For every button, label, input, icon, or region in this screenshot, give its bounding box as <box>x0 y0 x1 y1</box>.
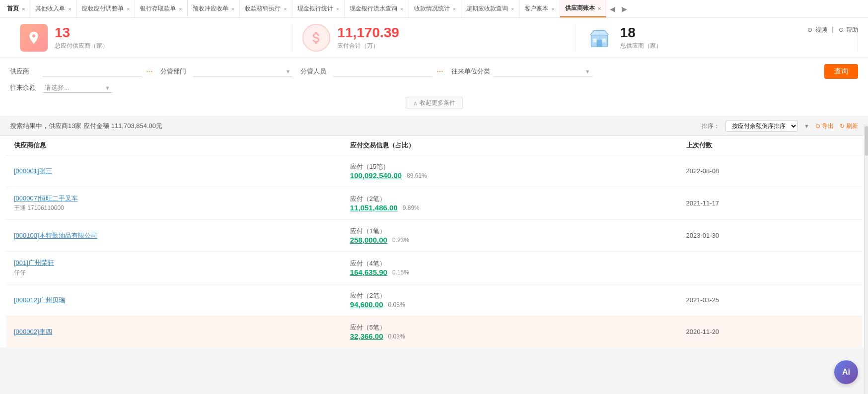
nav-tab-overdue-ar-label: 超期应收款查询 <box>466 4 508 13</box>
nav-tab-ar-ap-adjust[interactable]: 应收应付调整单 × <box>77 0 135 17</box>
tx-amount-6[interactable]: 32,366.00 <box>350 332 383 340</box>
nav-tab-receipt-verify-close[interactable]: × <box>284 6 287 12</box>
table-row: [000100]本特勤油品有限公司 应付（1笔） 258,000.00 0.23… <box>6 220 862 252</box>
person-dots[interactable]: ··· <box>436 67 443 76</box>
nav-tab-supplier-ledger-close[interactable]: × <box>598 5 601 11</box>
tx-info-2: 应付（2笔） 11,051,486.00 9.89% <box>350 195 686 212</box>
category-filter-select[interactable] <box>493 66 592 76</box>
supplier-filter-input[interactable] <box>43 66 142 76</box>
nav-tab-home-close[interactable]: × <box>22 6 25 12</box>
export-button[interactable]: ⊙ 导出 <box>815 122 834 131</box>
supplier-link-5[interactable]: [000012]广州贝瑞 <box>14 296 350 305</box>
supplier-link-1[interactable]: [000001]张三 <box>14 167 350 176</box>
dept-filter-select[interactable] <box>193 66 292 76</box>
table-row: [000002]李四 应付（5笔） 32,366.00 0.03% 2020-1… <box>6 316 862 347</box>
total-suppliers-num: 18 <box>620 25 662 41</box>
balance-filter-label: 往来余额 <box>10 83 40 92</box>
nav-tab-bank-deposit[interactable]: 银行存取款单 × <box>135 0 187 17</box>
tx-row-5: 94,600.00 0.08% <box>350 300 686 309</box>
nav-tab-cash-bank-stat-close[interactable]: × <box>336 6 339 12</box>
nav-tab-prepay-ar-label: 预收冲应收单 <box>193 4 228 13</box>
nav-tab-overdue-ar-close[interactable]: × <box>511 6 514 12</box>
supplier-sub-2: 王通 17106110000 <box>14 204 350 212</box>
dept-filter-label: 分管部门 <box>160 67 190 76</box>
nav-tab-customer-ledger-close[interactable]: × <box>551 6 554 12</box>
refresh-button[interactable]: ↻ 刷新 <box>840 122 858 131</box>
nav-tab-receipt-verify-label: 收款核销执行 <box>245 4 281 13</box>
header-supplier: 供应商信息 <box>14 141 350 150</box>
person-filter-input[interactable] <box>333 66 433 76</box>
nav-tab-other-income[interactable]: 其他收入单 × <box>30 0 76 17</box>
nav-tab-receipt-stat[interactable]: 收款情况统计 × <box>409 0 461 17</box>
supplier-info-1: [000001]张三 <box>14 167 350 176</box>
tx-amount-1[interactable]: 100,092,540.00 <box>350 171 402 180</box>
table-row: [001]广州荣轩 仔仔 应付（4笔） 164,635.90 0.15% <box>6 252 862 284</box>
video-icon: ⊙ <box>807 26 812 33</box>
filter-category: 往来单位分类 ▼ <box>451 66 592 76</box>
person-filter-label: 分管人员 <box>300 67 330 76</box>
filter-department: 分管部门 ▼ <box>160 66 292 76</box>
search-button[interactable]: 查询 <box>824 64 858 79</box>
header-tx-info: 应付交易信息（占比） <box>350 141 686 150</box>
tx-row-1: 100,092,540.00 89.61% <box>350 171 686 180</box>
svg-rect-3 <box>602 39 605 42</box>
last-pay-5: 2021-03-25 <box>686 296 854 304</box>
nav-tab-prepay-ar-close[interactable]: × <box>231 6 234 12</box>
balance-filter-select[interactable]: 请选择... <box>43 83 112 93</box>
nav-tab-home[interactable]: 首页 × <box>2 0 30 17</box>
tx-label-1: 应付（15笔） <box>350 162 686 171</box>
tx-amount-4[interactable]: 164,635.90 <box>350 268 387 276</box>
ap-suppliers-label: 总应付供应商（家） <box>55 42 108 50</box>
tx-amount-2[interactable]: 11,051,486.00 <box>350 203 398 212</box>
supplier-info-2: [000007]恒旺二手叉车 王通 17106110000 <box>14 194 350 212</box>
video-link[interactable]: ⊙ 视频 <box>807 26 827 34</box>
category-filter-wrap: ▼ <box>493 66 592 76</box>
scrollbar[interactable] <box>864 124 868 347</box>
collapse-label: 收起更多条件 <box>420 99 455 107</box>
total-suppliers-label: 总供应商（家） <box>620 42 662 50</box>
scroll-thumb[interactable] <box>865 126 868 156</box>
tx-amount-5[interactable]: 94,600.00 <box>350 300 383 309</box>
nav-tab-overdue-ar[interactable]: 超期应收款查询 × <box>461 0 519 17</box>
nav-tab-cash-bank-query[interactable]: 现金银行流水查询 × <box>345 0 409 17</box>
supplier-link-3[interactable]: [000100]本特勤油品有限公司 <box>14 231 350 240</box>
collapse-button[interactable]: ∧ 收起更多条件 <box>406 97 463 109</box>
last-pay-6: 2020-11-20 <box>686 328 854 335</box>
nav-tab-cash-bank-query-close[interactable]: × <box>400 6 403 12</box>
supplier-icon <box>20 24 48 52</box>
nav-tab-other-income-close[interactable]: × <box>68 6 71 12</box>
supplier-info-5: [000012]广州贝瑞 <box>14 296 350 305</box>
filter-person: 分管人员 ··· <box>300 66 443 76</box>
tx-label-6: 应付（5笔） <box>350 323 686 332</box>
ap-amount-label: 应付合计（万） <box>337 42 399 50</box>
nav-tab-receipt-verify[interactable]: 收款核销执行 × <box>240 0 292 17</box>
separator: | <box>832 26 834 34</box>
balance-filter-wrap: 请选择... ▼ <box>43 83 112 93</box>
tx-label-4: 应付（4笔） <box>350 259 686 268</box>
supplier-link-4[interactable]: [001]广州荣轩 <box>14 259 350 267</box>
supplier-info-6: [000002]李四 <box>14 328 350 336</box>
result-text: 搜索结果中，供应商13家 应付金额 111,703,854.00元 <box>10 122 162 131</box>
supplier-sub-4: 仔仔 <box>14 268 350 277</box>
nav-next-arrow[interactable]: ▶ <box>618 0 630 17</box>
nav-tab-ar-ap-adjust-close[interactable]: × <box>127 6 130 12</box>
tx-amount-3[interactable]: 258,000.00 <box>350 236 387 244</box>
supplier-dots[interactable]: ··· <box>146 67 152 76</box>
help-link[interactable]: ⊙ 帮助 <box>839 26 858 34</box>
nav-tab-cash-bank-stat[interactable]: 现金银行统计 × <box>292 0 345 17</box>
nav-tab-bank-deposit-label: 银行存取款单 <box>140 4 176 13</box>
nav-tab-customer-ledger[interactable]: 客户账本 × <box>519 0 560 17</box>
supplier-link-2[interactable]: [000007]恒旺二手叉车 <box>14 194 350 203</box>
nav-prev-arrow[interactable]: ◀ <box>606 0 618 17</box>
nav-tab-supplier-ledger[interactable]: 供应商账本 × <box>560 0 606 17</box>
nav-tab-bank-deposit-close[interactable]: × <box>179 6 182 12</box>
tx-row-4: 164,635.90 0.15% <box>350 268 686 276</box>
sort-select[interactable]: 按应付余额倒序排序 <box>725 121 798 131</box>
nav-tab-supplier-ledger-label: 供应商账本 <box>565 4 595 12</box>
nav-tab-prepay-ar[interactable]: 预收冲应收单 × <box>188 0 240 17</box>
supplier-link-6[interactable]: [000002]李四 <box>14 328 350 336</box>
top-navigation: 首页 × 其他收入单 × 应收应付调整单 × 银行存取款单 × 预收冲应收单 ×… <box>0 0 868 18</box>
nav-tab-receipt-stat-close[interactable]: × <box>453 6 456 12</box>
dept-filter-wrap: ▼ <box>193 66 292 76</box>
collapse-area: ∧ 收起更多条件 <box>10 97 858 109</box>
